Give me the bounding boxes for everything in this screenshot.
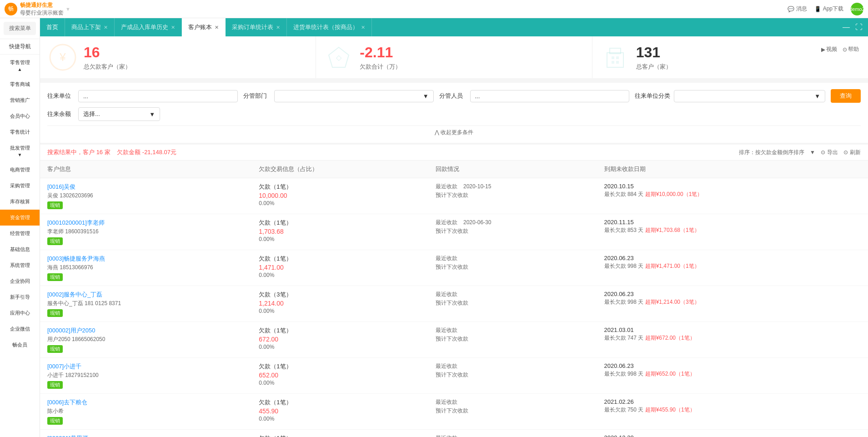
filter-row-2: 往来余额 选择... ▼ (47, 107, 861, 121)
debt-amount[interactable]: 1,214.00 (259, 300, 421, 307)
dropdown-arrow-store[interactable]: ▼ (65, 6, 70, 12)
recent-pay: 最近收款 (436, 398, 590, 406)
close-icon-product-history[interactable]: ✕ (171, 25, 175, 30)
table-body: [0016]吴俊 吴俊 13026203696 现销 欠款（1笔） 10,000… (40, 178, 868, 437)
sidebar-item-marketing[interactable]: 营销推广 (0, 92, 40, 108)
dept-select[interactable]: ▼ (274, 90, 434, 102)
sidebar-item-sys[interactable]: 系统管理 (0, 257, 40, 273)
unit-category-select[interactable]: ▼ (674, 90, 825, 102)
debt-percent: 0.00% (259, 416, 421, 422)
customer-name-link[interactable]: [0016]吴俊 (47, 183, 244, 191)
overdue-amount[interactable]: 超期¥652.00（1笔） (645, 371, 695, 377)
overdue-amount[interactable]: 超期¥672.00（1笔） (645, 335, 695, 341)
debt-amount[interactable]: 1,471.00 (259, 264, 421, 271)
stat-debt-amount-label: 欠款合计（万） (360, 63, 401, 71)
tab-bar: 首页 商品上下架 ✕ 产成品入库单历史 ✕ 客户账本 ✕ 采购订单统计表 ✕ (40, 18, 868, 36)
close-icon-purchase-stats[interactable]: ✕ (361, 25, 365, 30)
tab-maximize-button[interactable]: ⛶ (853, 21, 864, 33)
diamond-icon: ◇ (325, 44, 352, 71)
collapse-label: 收起更多条件 (441, 129, 473, 136)
sidebar-item-retail-mall[interactable]: 零售商城 (0, 76, 40, 92)
app-download-label: App下载 (823, 5, 843, 13)
svg-rect-7 (616, 56, 619, 59)
video-link[interactable]: ▶ 视频 (821, 45, 837, 53)
play-icon: ▶ (821, 46, 825, 53)
customer-name-link[interactable]: [000001]黄思源 (47, 434, 244, 437)
chevron-down-icon-sort[interactable]: ▼ (810, 149, 815, 156)
customer-info-cell: [0007]小进千 小进千 18279152100 现销 (40, 358, 251, 394)
debt-amount[interactable]: 672.00 (259, 336, 421, 343)
overdue-amount[interactable]: 超期¥10,000.00（1笔） (645, 191, 703, 197)
yuan-icon: ¥ (49, 44, 76, 71)
debt-amount[interactable]: 652.00 (259, 372, 421, 379)
source-unit-label: 往来单位 (47, 92, 75, 100)
tab-product-offshelf[interactable]: 商品上下架 ✕ (65, 18, 115, 36)
source-unit-input[interactable]: ... (78, 90, 238, 102)
tab-customer-account[interactable]: 客户账本 ✕ (182, 18, 226, 36)
overdue-amount[interactable]: 超期¥1,703.68（1笔） (645, 227, 700, 233)
sidebar-item-retail-stats[interactable]: 零售统计 (0, 124, 40, 140)
debt-amount[interactable]: 1,703.68 (259, 228, 421, 235)
customer-name-link[interactable]: [0007]小进千 (47, 362, 244, 371)
customer-name-link[interactable]: [0002]服务中心_丁磊 (47, 291, 244, 299)
tab-restore-button[interactable]: — (841, 21, 852, 33)
tab-product-offshelf-label: 商品上下架 (71, 23, 101, 31)
query-button[interactable]: 查询 (831, 89, 861, 103)
tab-purchase-order[interactable]: 采购订单统计表 ✕ (226, 18, 287, 36)
repayment-cell: 最近收款 预计下次收款 (428, 286, 597, 322)
customer-name-link[interactable]: [00010200001]李老师 (47, 219, 244, 227)
search-menu-button[interactable]: 搜索菜单 (4, 22, 36, 35)
sidebar-item-basic-info[interactable]: 基础信息 (0, 241, 40, 257)
quick-nav-section[interactable]: 快捷导航 (0, 39, 40, 55)
manager-dots: ... (475, 93, 480, 100)
page-content: ¥ 16 总欠款客户（家） ◇ (40, 36, 868, 437)
sidebar-item-inventory[interactable]: 库存核算 (0, 194, 40, 210)
sidebar-item-wechat[interactable]: 企业微信 (0, 321, 40, 337)
app-download-action[interactable]: 📱 App下载 (814, 5, 843, 13)
customer-name-link[interactable]: [0003]畅捷服务尹海燕 (47, 255, 244, 263)
tab-product-history[interactable]: 产成品入库单历史 ✕ (115, 18, 182, 36)
overdue-date-cell: 2021.03.01 最长欠款 747 天 超期¥672.00（1笔） (597, 322, 868, 358)
sidebar-item-vip[interactable]: 畅会员 (0, 337, 40, 353)
sidebar-item-finance[interactable]: 资金管理 (0, 210, 40, 226)
customer-name-link[interactable]: [000002]用户2050 (47, 326, 244, 335)
customer-phone: 服务中心_丁磊 181 0125 8371 (47, 300, 244, 307)
repayment-cell: 最近收款 预计下次收款 (428, 250, 597, 286)
user-avatar[interactable]: demo2 (851, 3, 863, 15)
sidebar-item-member[interactable]: 会员中心 (0, 108, 40, 124)
tab-purchase-stats[interactable]: 进货单统计表（按商品） ✕ (287, 18, 372, 36)
th-repayment: 回款情况 (428, 161, 597, 178)
export-button[interactable]: ⊙ 导出 (821, 149, 838, 156)
message-action[interactable]: 💬 消息 (788, 5, 807, 13)
sidebar-item-purchase[interactable]: 采购管理 (0, 178, 40, 194)
tab-home[interactable]: 首页 (40, 18, 65, 36)
sidebar-item-app-center[interactable]: 应用中心 (0, 305, 40, 321)
overdue-amount[interactable]: 超期¥1,471.00（1笔） (645, 263, 700, 269)
overdue-amount[interactable]: 超期¥455.90（1笔） (645, 407, 695, 413)
overdue-date: 2020.11.15 (604, 219, 861, 226)
recent-pay: 最近收款 2020-06-30 (436, 219, 590, 226)
overdue-amount[interactable]: 超期¥1,214.00（3笔） (645, 299, 700, 305)
sidebar-item-batch-mgmt[interactable]: 批发管理 ▼ (0, 140, 40, 162)
help-label: 帮助 (848, 45, 859, 53)
unit-category-label: 往来单位分类 (635, 92, 670, 100)
next-pay: 预计下次收款 (436, 191, 590, 199)
close-icon-customer-account[interactable]: ✕ (215, 25, 219, 30)
debt-amount[interactable]: 10,000.00 (259, 192, 421, 199)
filter-row-1: 往来单位 ... 分管部门 ▼ (47, 89, 861, 103)
sidebar-item-ecom[interactable]: 电商管理 (0, 162, 40, 178)
sidebar-item-enterprise[interactable]: 企业协同 (0, 273, 40, 289)
close-icon-purchase-order[interactable]: ✕ (276, 25, 280, 30)
refresh-button[interactable]: ⊙ 刷新 (843, 149, 861, 156)
manager-input[interactable]: ... (470, 90, 630, 102)
balance-select[interactable]: 选择... ▼ (78, 107, 160, 121)
close-icon-product-offshelf[interactable]: ✕ (104, 25, 108, 30)
sidebar-item-retail-mgmt[interactable]: 零售管理 ▲ (0, 55, 40, 76)
sidebar-item-ops[interactable]: 经营管理 (0, 226, 40, 241)
sidebar-item-new-guide[interactable]: 新手引导 (0, 289, 40, 305)
collapse-bar[interactable]: ⋀ 收起更多条件 (47, 126, 861, 139)
customer-name-link[interactable]: [0006]去下粮仓 (47, 398, 244, 407)
help-link[interactable]: ⊙ 帮助 (843, 45, 859, 53)
app-container: 畅 畅捷通好生意 母婴行业演示账套 ▼ 💬 消息 📱 App下载 demo2 (0, 0, 868, 437)
debt-amount[interactable]: 455.90 (259, 407, 421, 415)
